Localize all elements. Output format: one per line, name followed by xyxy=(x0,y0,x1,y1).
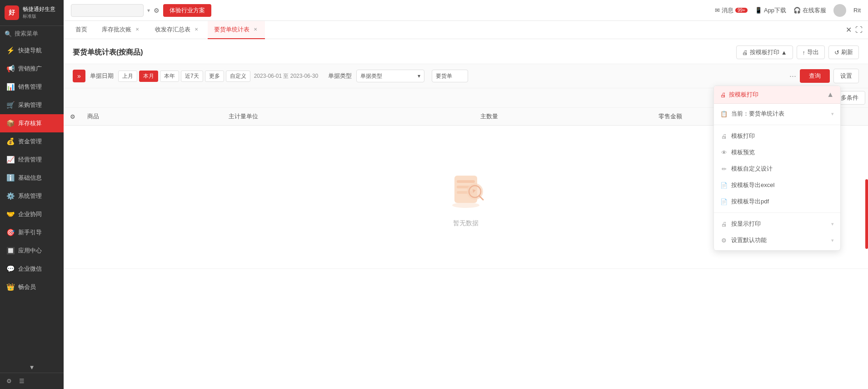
doc-type-select[interactable]: 单据类型 ▾ xyxy=(356,70,424,82)
sidebar-search-label: 搜索菜单 xyxy=(15,30,38,38)
tab-batch-account-close[interactable]: ✕ xyxy=(134,26,140,33)
message-icon: ✉ xyxy=(715,7,720,14)
dropdown-title-text: 按模板打印 xyxy=(729,91,758,99)
tabbar-right: ✕ ⛶ xyxy=(846,25,863,34)
sidebar-item-vip[interactable]: 👑 畅会员 xyxy=(0,278,64,296)
yh-select[interactable]: 要货单 xyxy=(432,70,468,82)
tab-collection-summary-close[interactable]: ✕ xyxy=(193,26,200,33)
sidebar-item-label: 销售管理 xyxy=(18,83,42,91)
dropdown-item-export-excel[interactable]: 📄 按模板导出excel xyxy=(714,177,840,193)
purchase-icon: 🛒 xyxy=(6,101,15,109)
date-label: 单据日期 xyxy=(90,72,114,80)
svg-rect-2 xyxy=(457,180,475,183)
user-avatar[interactable] xyxy=(833,4,846,17)
dropdown-item-export-pdf[interactable]: 📄 按模板导出pdf xyxy=(714,193,840,210)
prev-month-btn[interactable]: 上月 xyxy=(118,71,137,82)
set-default-label: 设置默认功能 xyxy=(731,236,828,244)
last-7days-btn[interactable]: 近7天 xyxy=(181,71,203,82)
sidebar-item-app-center[interactable]: 🔲 应用中心 xyxy=(0,242,64,260)
print-template-btn[interactable]: 🖨 按模板打印 ▲ xyxy=(736,45,793,59)
basic-info-icon: ℹ️ xyxy=(6,174,15,182)
custom-design-icon: ✏ xyxy=(720,166,728,172)
dropdown-item-display-print[interactable]: 🖨 按显示打印 ▾ xyxy=(714,216,840,232)
sidebar-item-basic-info[interactable]: ℹ️ 基础信息 xyxy=(0,169,64,187)
dropdown-item-set-default[interactable]: ⚙ 设置默认功能 ▾ xyxy=(714,232,840,248)
tab-home[interactable]: 首页 xyxy=(69,21,94,39)
sidebar-item-sales[interactable]: 📊 销售管理 xyxy=(0,78,64,96)
dropdown-section-items: 🖨 模板打印 👁 模板预览 ✏ 模板自定义设计 📄 按模板导出excel xyxy=(714,126,840,212)
page-inner: 要货单统计表(按商品) 🖨 按模板打印 ▲ ↑ 导出 ↺ 刷新 xyxy=(64,39,868,389)
topbar-gear-icon[interactable]: ⚙ xyxy=(154,7,160,14)
sidebar-item-label: 营销推广 xyxy=(18,65,42,73)
online-service-btn[interactable]: 🎧 在线客服 xyxy=(793,6,826,15)
sidebar-item-label: 经营管理 xyxy=(18,156,42,164)
export-btn[interactable]: ↑ 导出 xyxy=(797,45,825,59)
tab-expand-btn[interactable]: ⛶ xyxy=(855,26,863,34)
sidebar-item-operation[interactable]: 📈 经营管理 xyxy=(0,151,64,169)
sidebar-item-inventory[interactable]: 📦 库存核算 xyxy=(0,114,64,132)
sidebar-item-label: 基础信息 xyxy=(18,174,42,182)
vip-icon: 👑 xyxy=(6,283,15,291)
menu-icon[interactable]: ☰ xyxy=(19,378,25,384)
sales-icon: 📊 xyxy=(6,83,15,91)
dropdown-item-print[interactable]: 🖨 模板打印 xyxy=(714,128,840,144)
sidebar-item-label: 畅会员 xyxy=(18,283,36,291)
export-icon: ↑ xyxy=(803,49,806,56)
topbar-search-input[interactable] xyxy=(71,4,144,17)
empty-illustration xyxy=(443,167,489,212)
sidebar-scroll-down[interactable]: ▼ xyxy=(0,362,64,373)
tab-collection-summary[interactable]: 收发存汇总表 ✕ xyxy=(149,21,206,39)
query-btn[interactable]: 查询 xyxy=(800,69,830,83)
current-month-btn[interactable]: 本月 xyxy=(139,71,158,82)
tab-batch-account[interactable]: 库存批次账 ✕ xyxy=(95,21,147,39)
export-pdf-label: 按模板导出pdf xyxy=(731,197,834,206)
tabbar: 首页 库存批次账 ✕ 收发存汇总表 ✕ 要货单统计表 ✕ ✕ ⛶ xyxy=(64,21,868,39)
tab-close-btn[interactable]: ✕ xyxy=(846,25,852,34)
message-label: 消息 xyxy=(722,6,733,15)
app-download-btn[interactable]: 📱 App下载 xyxy=(755,6,786,15)
sidebar-item-wechat[interactable]: 💬 企业微信 xyxy=(0,260,64,278)
custom-btn[interactable]: 自定义 xyxy=(226,71,250,82)
display-print-label: 按显示打印 xyxy=(731,220,828,228)
sidebar-item-quick-nav[interactable]: ⚡ 快捷导航 xyxy=(0,41,64,60)
sidebar-item-label: 资金管理 xyxy=(18,137,42,146)
more-options-icon[interactable]: ··· xyxy=(789,71,796,81)
yh-value: 要货单 xyxy=(436,72,464,80)
dropdown-item-preview[interactable]: 👁 模板预览 xyxy=(714,144,840,161)
topbar-chevron-icon[interactable]: ▾ xyxy=(147,7,150,14)
user-name[interactable]: Rit xyxy=(853,7,861,14)
setting-btn[interactable]: 设置 xyxy=(833,69,859,83)
sidebar-item-label: 系统管理 xyxy=(18,192,42,200)
scrollbar-right[interactable] xyxy=(865,179,868,249)
online-service-label: 在线客服 xyxy=(803,6,826,15)
date-range: 2023-06-01 至 2023-06-30 xyxy=(254,72,318,80)
topbar: ▾ ⚙ 体验行业方案 ✉ 消息 99+ 📱 App下载 🎧 在线客服 Rit xyxy=(64,0,868,21)
settings-icon[interactable]: ⚙ xyxy=(6,378,12,384)
more-btn[interactable]: 更多 xyxy=(205,71,224,82)
sidebar-item-purchase[interactable]: 🛒 采购管理 xyxy=(0,96,64,114)
dropdown-current-template[interactable]: 📋 当前：要货单统计表 ▾ xyxy=(714,106,840,122)
sidebar-search[interactable]: 🔍 搜索菜单 xyxy=(0,26,64,41)
tab-requisition-stats[interactable]: 要货单统计表 ✕ xyxy=(208,21,265,39)
dropdown-item-custom-design[interactable]: ✏ 模板自定义设计 xyxy=(714,161,840,177)
wechat-icon: 💬 xyxy=(6,265,15,273)
sidebar-item-newbie[interactable]: 🎯 新手引导 xyxy=(0,223,64,242)
filter-expand-btn[interactable]: » xyxy=(73,70,85,82)
search-icon: 🔍 xyxy=(5,30,12,37)
topbar-left: ▾ ⚙ 体验行业方案 xyxy=(71,4,211,17)
refresh-btn[interactable]: ↺ 刷新 xyxy=(828,45,859,59)
message-btn[interactable]: ✉ 消息 99+ xyxy=(715,6,748,15)
industry-btn[interactable]: 体验行业方案 xyxy=(163,4,211,17)
sidebar-logo: 好 畅捷通好生意 标准版 xyxy=(0,0,64,26)
refresh-icon: ↺ xyxy=(834,49,839,56)
sidebar-item-marketing[interactable]: 📢 营销推广 xyxy=(0,60,64,78)
doc-type-label: 单据类型 xyxy=(328,72,352,80)
dropdown-close-btn[interactable]: ▲ xyxy=(827,91,834,99)
tab-requisition-stats-close[interactable]: ✕ xyxy=(252,26,259,33)
tab-requisition-stats-label: 要货单统计表 xyxy=(214,25,249,34)
sidebar-item-system[interactable]: ⚙️ 系统管理 xyxy=(0,187,64,205)
current-year-btn[interactable]: 本年 xyxy=(160,71,179,82)
col-settings[interactable]: ⚙ xyxy=(64,108,82,126)
sidebar-item-finance[interactable]: 💰 资金管理 xyxy=(0,132,64,151)
sidebar-item-collab[interactable]: 🤝 企业协同 xyxy=(0,205,64,223)
